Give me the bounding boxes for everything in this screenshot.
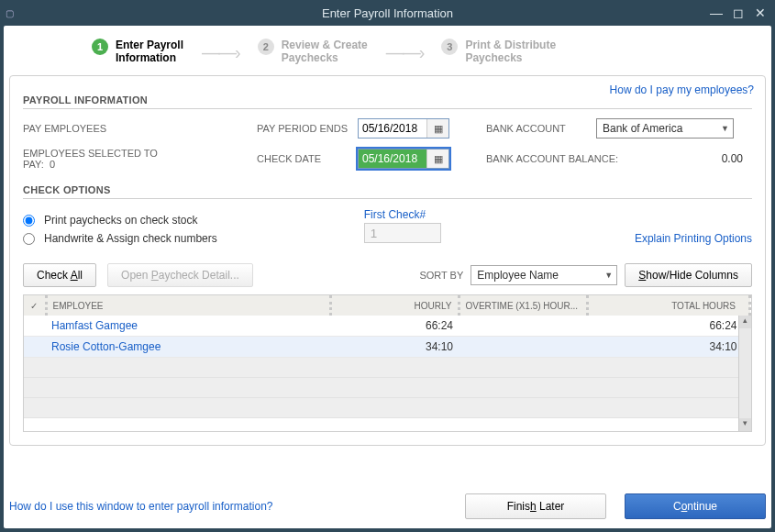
section-check-options: CHECK OPTIONS xyxy=(23,184,752,199)
step-2-label1: Review & Create xyxy=(282,39,368,51)
radio-print-paychecks[interactable]: Print paychecks on check stock xyxy=(23,214,217,227)
step-1-number: 1 xyxy=(92,39,108,55)
radio-print-label: Print paychecks on check stock xyxy=(44,214,197,227)
cell-total[interactable]: 66:24 xyxy=(587,316,750,337)
table-row[interactable]: Rosie Cotton-Gamgee 34:10 34:10 xyxy=(24,337,750,358)
col-employee[interactable]: EMPLOYEE xyxy=(46,295,330,316)
finish-later-button[interactable]: Finish Later xyxy=(465,493,606,519)
radio-print-input[interactable] xyxy=(23,215,35,227)
col-check[interactable]: ✓ xyxy=(24,295,46,316)
bank-balance-label: BANK ACCOUNT BALANCE: xyxy=(486,153,618,164)
check-date-field[interactable]: ▦ xyxy=(358,149,449,169)
sort-by-select[interactable]: Employee Name ▼ xyxy=(471,265,617,285)
show-hide-columns-button[interactable]: Show/Hide Columns xyxy=(625,263,752,287)
employee-link[interactable]: Hamfast Gamgee xyxy=(51,319,138,332)
bank-account-label: BANK ACCOUNT xyxy=(486,123,596,134)
first-check-label: First Check# xyxy=(364,208,441,221)
payroll-panel: How do I pay my employees? PAYROLL INFOR… xyxy=(9,75,766,446)
col-hourly[interactable]: HOURLY xyxy=(330,295,459,316)
step-3-number: 3 xyxy=(441,39,458,55)
pay-employees-label: PAY EMPLOYEES xyxy=(23,123,174,134)
cell-overtime[interactable] xyxy=(459,337,587,358)
radio-handwrite[interactable]: Handwrite & Assign check numbers xyxy=(23,232,217,245)
open-paycheck-detail-button: Open Paycheck Detail... xyxy=(107,263,253,287)
help-pay-employees-link[interactable]: How do I pay my employees? xyxy=(610,83,754,96)
pay-period-ends-input[interactable] xyxy=(359,119,426,138)
maximize-button[interactable]: ◻ xyxy=(731,6,746,20)
first-check-input xyxy=(364,223,441,243)
titlebar: ▢ Enter Payroll Information — ◻ ✕ xyxy=(0,0,775,26)
step-3-label1: Print & Distribute xyxy=(465,39,556,51)
cell-hourly[interactable]: 66:24 xyxy=(330,316,459,337)
bank-account-value: Bank of America xyxy=(603,122,682,135)
step-1-label2: Information xyxy=(116,51,176,64)
step-1: 1 Enter PayrollInformation xyxy=(92,39,183,64)
help-use-window-link[interactable]: How do I use this window to enter payrol… xyxy=(9,500,272,513)
col-overtime[interactable]: OVERTIME (X1.5) HOUR... xyxy=(459,295,587,316)
close-button[interactable]: ✕ xyxy=(753,6,768,20)
radio-handwrite-input[interactable] xyxy=(23,233,35,245)
radio-handwrite-label: Handwrite & Assign check numbers xyxy=(44,232,217,245)
scrollbar[interactable]: ▴ ▾ xyxy=(738,316,751,431)
bank-balance-value: 0.00 xyxy=(722,152,743,165)
step-3: 3 Print & DistributePaychecks xyxy=(441,39,556,64)
sort-by-value: Employee Name xyxy=(477,269,559,282)
cell-hourly[interactable]: 34:10 xyxy=(330,337,459,358)
window-body: 1 Enter PayrollInformation ——› 2 Review … xyxy=(4,26,771,528)
calendar-icon[interactable]: ▦ xyxy=(426,119,448,138)
chevron-down-icon: ▼ xyxy=(604,271,613,280)
employees-grid: ✓ EMPLOYEE HOURLY OVERTIME (X1.5) HOUR..… xyxy=(23,294,752,432)
step-3-label2: Paychecks xyxy=(465,51,522,64)
window-icon: ▢ xyxy=(0,8,18,18)
check-all-button[interactable]: Check All xyxy=(23,263,96,287)
calendar-icon[interactable]: ▦ xyxy=(426,150,448,168)
arrow-icon: ——› xyxy=(202,42,239,63)
employees-selected-label: EMPLOYEES SELECTED TO PAY: 0 xyxy=(23,148,174,170)
check-date-input[interactable] xyxy=(359,150,426,168)
table-row[interactable]: Hamfast Gamgee 66:24 66:24 xyxy=(24,316,750,337)
step-2: 2 Review & CreatePaychecks xyxy=(258,39,368,64)
pay-period-ends-field[interactable]: ▦ xyxy=(358,118,449,139)
check-date-label: CHECK DATE xyxy=(257,153,358,164)
minimize-button[interactable]: — xyxy=(709,6,724,20)
window-title: Enter Payroll Information xyxy=(322,6,453,20)
continue-button[interactable]: Continue xyxy=(625,493,766,519)
cell-total[interactable]: 34:10 xyxy=(587,337,750,358)
col-total[interactable]: TOTAL HOURS xyxy=(587,295,750,316)
chevron-down-icon: ▼ xyxy=(721,124,729,133)
wizard-steps: 1 Enter PayrollInformation ——› 2 Review … xyxy=(9,31,766,72)
scroll-down-icon[interactable]: ▾ xyxy=(739,418,751,431)
bank-account-select[interactable]: Bank of America ▼ xyxy=(596,118,734,139)
step-2-label2: Paychecks xyxy=(282,51,338,64)
sort-by-label: SORT BY xyxy=(419,270,463,281)
employees-selected-count: 0 xyxy=(50,159,55,170)
scroll-up-icon[interactable]: ▴ xyxy=(739,316,751,328)
cell-overtime[interactable] xyxy=(459,316,587,337)
arrow-icon: ——› xyxy=(386,42,424,63)
employee-link[interactable]: Rosie Cotton-Gamgee xyxy=(51,340,161,353)
explain-printing-link[interactable]: Explain Printing Options xyxy=(635,232,752,245)
section-payroll-info: PAYROLL INFORMATION xyxy=(23,94,752,109)
pay-period-ends-label: PAY PERIOD ENDS xyxy=(257,123,358,134)
step-2-number: 2 xyxy=(258,39,274,55)
step-1-label1: Enter Payroll xyxy=(116,39,183,51)
